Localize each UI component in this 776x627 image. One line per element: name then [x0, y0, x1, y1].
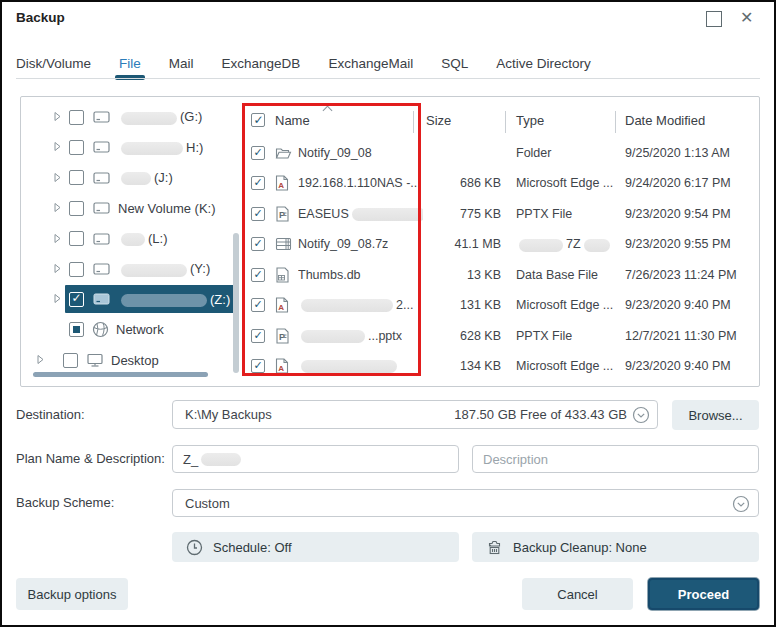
- svg-text:A: A: [278, 364, 284, 373]
- tab-exchangemail[interactable]: ExchangeMail: [328, 56, 413, 71]
- edge-file-icon: A: [275, 297, 289, 314]
- expander-icon[interactable]: [53, 169, 63, 187]
- tab-disk-volume[interactable]: Disk/Volume: [16, 56, 91, 71]
- column-divider[interactable]: [505, 111, 506, 133]
- checkbox-unchecked[interactable]: [63, 353, 78, 368]
- cancel-button[interactable]: Cancel: [522, 578, 633, 610]
- column-header-name[interactable]: Name: [275, 113, 310, 128]
- table-row[interactable]: A134 KBMicrosoft Edge ...9/23/2020 9:40 …: [246, 351, 757, 381]
- checkbox-checked[interactable]: [251, 146, 265, 160]
- expander-icon[interactable]: [53, 138, 63, 156]
- tree-item-y[interactable]: (Y:): [21, 254, 243, 284]
- destination-combobox[interactable]: K:\My Backups 187.50 GB Free of 433.43 G…: [172, 400, 658, 429]
- plan-name-input[interactable]: Z_: [172, 445, 459, 473]
- backup-scheme-select[interactable]: Custom: [172, 489, 759, 517]
- tree-horizontal-scrollbar[interactable]: [33, 372, 208, 377]
- backup-options-button[interactable]: Backup options: [16, 578, 128, 610]
- svg-text:A: A: [278, 303, 284, 312]
- redacted-drive-name: [121, 294, 207, 307]
- column-header-size[interactable]: Size: [426, 113, 451, 128]
- column-header-type[interactable]: Type: [516, 113, 544, 128]
- tree-item-h[interactable]: H:): [21, 132, 243, 162]
- file-size: 131 KB: [411, 298, 501, 312]
- chevron-down-icon[interactable]: [732, 495, 750, 513]
- browse-button[interactable]: Browse...: [672, 400, 759, 430]
- source-browser-panel: (G:)H:)(J:)New Volume (K:)(L:)(Y:)(Z:)Ne…: [20, 96, 760, 387]
- file-size: 686 KB: [411, 176, 501, 190]
- tree-item-label: Desktop: [111, 353, 159, 368]
- tree-item-newvolumek[interactable]: New Volume (K:): [21, 193, 243, 223]
- file-date-modified: 12/7/2021 11:30 PM: [625, 329, 737, 343]
- checkbox-unchecked[interactable]: [69, 201, 84, 216]
- checkbox-unchecked[interactable]: [69, 262, 84, 277]
- drive-icon: [92, 109, 111, 125]
- file-date-modified: 9/23/2020 9:55 PM: [625, 237, 731, 251]
- description-input[interactable]: [472, 445, 759, 473]
- redacted-drive-name: [121, 233, 145, 246]
- checkbox-checked[interactable]: [251, 359, 265, 373]
- table-row[interactable]: Thumbs.db13 KBData Base File7/26/2023 11…: [246, 260, 757, 290]
- tab-file[interactable]: File: [119, 56, 141, 71]
- table-row[interactable]: A192.168.1.110NAS -...686 KBMicrosoft Ed…: [246, 168, 757, 198]
- redacted-file-name: [301, 360, 397, 373]
- schedule-label: Schedule: Off: [213, 540, 292, 555]
- tree-item-network[interactable]: Network: [21, 315, 243, 345]
- file-type: Microsoft Edge ...: [516, 176, 621, 190]
- drive-icon: [92, 139, 111, 155]
- tab-sql[interactable]: SQL: [441, 56, 468, 71]
- checkbox-unchecked[interactable]: [69, 140, 84, 155]
- redacted-file-name: [301, 330, 365, 343]
- backup-cleanup-button[interactable]: Backup Cleanup: None: [472, 532, 759, 562]
- file-date-modified: 9/23/2020 9:40 PM: [625, 298, 731, 312]
- ppt-file-icon: P: [275, 205, 290, 222]
- plan-name-value: Z_: [183, 452, 198, 467]
- tree-item-desktop[interactable]: Desktop: [21, 345, 243, 375]
- checkbox-unchecked[interactable]: [69, 231, 84, 246]
- drive-icon: [92, 261, 111, 277]
- table-row[interactable]: Notify_09_08Folder9/25/2020 1:13 AM: [246, 138, 757, 168]
- column-header-date[interactable]: Date Modified: [625, 113, 705, 128]
- tab-exchangedb[interactable]: ExchangeDB: [222, 56, 301, 71]
- plan-name-label: Plan Name & Description:: [16, 451, 165, 466]
- tree-item-z[interactable]: (Z:): [21, 284, 243, 314]
- select-all-checkbox[interactable]: [251, 113, 265, 127]
- table-row[interactable]: Notify_09_08.7z41.1 MB7Z9/23/2020 9:55 P…: [246, 229, 757, 259]
- tree-vertical-scrollbar[interactable]: [233, 233, 239, 373]
- expander-icon[interactable]: [53, 199, 63, 217]
- close-icon[interactable]: ✕: [740, 8, 753, 28]
- tab-active-directory[interactable]: Active Directory: [496, 56, 591, 71]
- table-row[interactable]: PEASEUS775 KBPPTX File9/23/2020 9:54 PM: [246, 199, 757, 229]
- checkbox-checked[interactable]: [251, 329, 265, 343]
- network-icon: [92, 321, 109, 338]
- tree-item-j[interactable]: (J:): [21, 163, 243, 193]
- tree-item-l[interactable]: (L:): [21, 224, 243, 254]
- checkbox-unchecked[interactable]: [69, 110, 84, 125]
- checkbox-checked[interactable]: [251, 237, 265, 251]
- checkbox-checked[interactable]: [251, 176, 265, 190]
- sort-ascending-icon: [323, 106, 333, 116]
- tab-mail[interactable]: Mail: [169, 56, 194, 71]
- maximize-icon[interactable]: [706, 11, 722, 27]
- checkbox-checked[interactable]: [69, 292, 84, 307]
- file-name: 192.168.1.110NAS -...: [298, 176, 421, 190]
- checkbox-checked[interactable]: [251, 268, 265, 282]
- checkbox-checked[interactable]: [251, 298, 265, 312]
- column-divider[interactable]: [615, 111, 616, 133]
- table-row[interactable]: P...pptx628 KBPPTX File12/7/2021 11:30 P…: [246, 321, 757, 351]
- checkbox-unchecked[interactable]: [69, 170, 84, 185]
- column-divider[interactable]: [413, 111, 414, 133]
- proceed-button[interactable]: Proceed: [648, 578, 759, 610]
- schedule-button[interactable]: Schedule: Off: [172, 532, 459, 562]
- expander-icon[interactable]: [53, 108, 63, 126]
- expander-icon[interactable]: [53, 260, 63, 278]
- table-row[interactable]: A2...131 KBMicrosoft Edge ...9/23/2020 9…: [246, 290, 757, 320]
- file-name: Thumbs.db: [298, 268, 361, 282]
- expander-icon[interactable]: [53, 290, 63, 308]
- expander-icon[interactable]: [53, 230, 63, 248]
- checkbox-partial[interactable]: [69, 322, 84, 337]
- chevron-down-icon[interactable]: [632, 406, 650, 424]
- tree-item-g[interactable]: (G:): [21, 102, 243, 132]
- checkbox-checked[interactable]: [251, 207, 265, 221]
- expander-icon[interactable]: [36, 351, 46, 369]
- file-name: Notify_09_08: [298, 146, 372, 160]
